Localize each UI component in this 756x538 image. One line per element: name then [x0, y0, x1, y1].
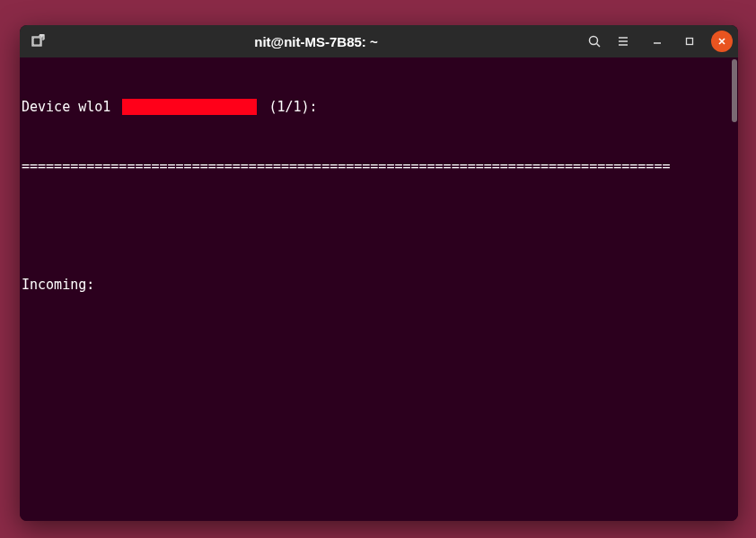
device-line: Device wlo1 (1/1):: [22, 97, 736, 117]
divider-line: ========================================…: [22, 156, 733, 176]
device-label: Device: [22, 97, 70, 117]
search-icon: [587, 34, 602, 49]
maximize-icon: [685, 37, 694, 46]
svg-line-6: [597, 44, 601, 48]
incoming-label: Incoming:: [22, 275, 736, 295]
svg-rect-11: [687, 39, 693, 45]
svg-point-5: [590, 37, 598, 45]
terminal-output[interactable]: Device wlo1 (1/1): =====================…: [20, 57, 738, 521]
svg-rect-4: [33, 38, 40, 45]
minimize-button[interactable]: [646, 31, 668, 52]
device-name: wlo1: [78, 97, 110, 117]
hamburger-icon: [616, 34, 630, 49]
page-indicator: (1/1):: [268, 97, 317, 117]
scrollbar-thumb[interactable]: [732, 59, 737, 122]
close-button[interactable]: [711, 31, 733, 52]
scrollbar[interactable]: [731, 57, 738, 521]
maximize-button[interactable]: [679, 31, 700, 52]
search-button[interactable]: [582, 29, 607, 54]
new-tab-button[interactable]: [25, 29, 50, 54]
menu-button[interactable]: [611, 29, 636, 54]
titlebar: nit@nit-MS-7B85: ~: [20, 25, 738, 57]
window-title: nit@nit-MS-7B85: ~: [54, 34, 578, 49]
close-icon: [717, 37, 726, 46]
new-tab-icon: [31, 34, 45, 49]
minimize-icon: [653, 37, 662, 46]
incoming-section: Incoming: Curr: 0.00 Bit/s Avg: 512.00 B…: [22, 235, 736, 521]
redacted-block: [122, 99, 257, 115]
terminal-window: nit@nit-MS-7B85: ~: [20, 25, 738, 521]
